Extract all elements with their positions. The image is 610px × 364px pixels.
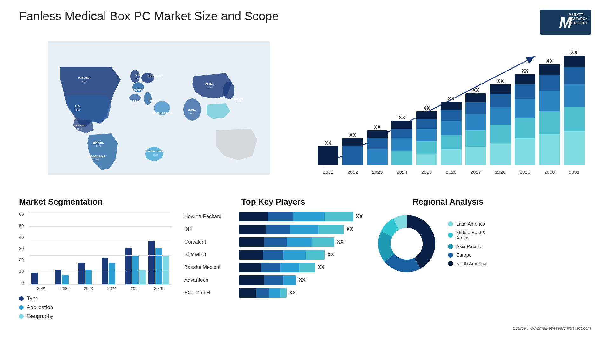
donut-chart	[375, 212, 438, 275]
bar-group-2030: XX	[539, 58, 560, 165]
svg-text:CHINA: CHINA	[205, 83, 214, 86]
page-title: Fanless Medical Box PC Market Size and S…	[19, 10, 279, 23]
type-label: Type	[27, 295, 38, 302]
regional-container: Regional Analysis	[375, 197, 521, 275]
map-container: CANADA xx% U.S. xx% MEXICO xx% BRAZIL xx…	[19, 41, 299, 187]
svg-text:xx%: xx%	[236, 101, 241, 104]
legend-middle-east-africa: Middle East &Africa	[448, 230, 486, 240]
middle-east-africa-dot	[448, 233, 453, 238]
segmentation-container: Market Segmentation 0 10 20 30 40 50 60	[19, 197, 172, 320]
svg-text:ARGENTINA: ARGENTINA	[88, 155, 105, 158]
svg-text:MEXICO: MEXICO	[74, 124, 85, 127]
seg-bar-type	[31, 273, 38, 285]
svg-point-10	[130, 70, 140, 83]
svg-text:ITALY: ITALY	[149, 99, 157, 102]
asia-pacific-label: Asia Pacific	[456, 244, 481, 249]
seg-bars-wrapper: 2021 2022 2023 2024 2025 2026	[29, 212, 172, 291]
svg-text:xx%: xx%	[94, 158, 99, 161]
player-row-britemed: BriteMED XX	[184, 250, 362, 260]
svg-text:xx%: xx%	[153, 153, 158, 156]
svg-text:xx%: xx%	[159, 115, 164, 118]
page-wrapper: Fanless Medical Box PC Market Size and S…	[0, 0, 610, 364]
seg-legend-app: Application	[19, 304, 172, 311]
app-dot	[19, 305, 24, 310]
bar-group-2031: XX	[564, 50, 585, 165]
svg-text:U.K.: U.K.	[135, 73, 141, 76]
svg-text:GERMANY: GERMANY	[148, 74, 163, 78]
app-label: Application	[27, 304, 53, 311]
segmentation-title: Market Segmentation	[19, 197, 172, 207]
svg-text:xx%: xx%	[132, 103, 137, 106]
seg-legend: Type Application Geography	[19, 295, 172, 320]
bar-group-2023: XX	[367, 125, 388, 165]
svg-text:SOUTH AFRICA: SOUTH AFRICA	[145, 150, 166, 153]
svg-text:xx%: xx%	[75, 108, 80, 111]
middle-east-africa-label: Middle East &Africa	[456, 230, 486, 240]
player-row-dfi: DFI XX	[184, 225, 362, 234]
bar-group-2027: XX	[465, 88, 486, 165]
bar-chart-container: XX XX XX	[311, 41, 591, 187]
seg-chart-with-axis: 0 10 20 30 40 50 60	[19, 212, 172, 291]
seg-y-axis: 0 10 20 30 40 50 60	[19, 212, 25, 285]
bar-group-2025: XX	[416, 105, 437, 165]
logo-text: MARKETRESEARCHINTELLECT	[569, 13, 588, 25]
latin-america-label: Latin America	[456, 221, 485, 226]
bar-group-2028: XX	[490, 78, 511, 165]
svg-text:INDIA: INDIA	[188, 109, 196, 112]
seg-bar-group-2026	[148, 212, 169, 285]
bottom-section: Market Segmentation 0 10 20 30 40 50 60	[19, 197, 591, 320]
svg-text:xx%: xx%	[96, 145, 101, 147]
bar-group-2024: XX	[391, 115, 412, 165]
svg-text:BRAZIL: BRAZIL	[93, 141, 104, 144]
bar-group-2026: XX	[441, 96, 461, 165]
top-section: CANADA xx% U.S. xx% MEXICO xx% BRAZIL xx…	[19, 41, 591, 187]
bar-x-axis: 2021 2022 2023 2024 2025 2026 2027 2028 …	[311, 167, 591, 175]
svg-text:xx%: xx%	[207, 86, 212, 89]
player-row-acl: ACL GmbH XX	[184, 288, 362, 298]
seg-legend-type: Type	[19, 295, 172, 302]
bar-group-2029: XX	[515, 68, 535, 165]
bar-chart-bars: XX XX XX	[311, 51, 591, 165]
legend-asia-pacific: Asia Pacific	[448, 244, 486, 249]
geo-label: Geography	[27, 313, 53, 320]
logo-box: M MARKETRESEARCHINTELLECT	[540, 10, 591, 35]
player-row-advantech: Advantech XX	[184, 275, 362, 285]
svg-point-36	[223, 82, 234, 99]
svg-text:SAUDI ARABIA: SAUDI ARABIA	[152, 112, 173, 115]
seg-bar-group-2023	[78, 212, 99, 285]
svg-point-46	[391, 228, 423, 260]
seg-bars-area	[29, 212, 172, 285]
seg-legend-geo: Geography	[19, 313, 172, 320]
logo-area: M MARKETRESEARCHINTELLECT	[540, 10, 591, 35]
svg-text:SPAIN: SPAIN	[131, 100, 139, 103]
svg-text:JAPAN: JAPAN	[234, 98, 243, 101]
source-line: Source : www.marketresearchintellect.com	[19, 326, 591, 331]
north-america-label: North America	[456, 261, 486, 266]
regional-title: Regional Analysis	[375, 197, 521, 207]
legend-latin-america: Latin America	[448, 221, 486, 226]
asia-pacific-dot	[448, 244, 453, 249]
svg-text:xx%: xx%	[82, 80, 86, 83]
players-container: Top Key Players Hewlett-Packard XX	[184, 197, 362, 298]
seg-bar-group-2021	[31, 212, 52, 285]
svg-text:xx%: xx%	[136, 77, 140, 79]
player-row-hp: Hewlett-Packard XX	[184, 212, 362, 221]
svg-text:xx%: xx%	[190, 112, 194, 115]
svg-text:xx%: xx%	[153, 78, 158, 81]
svg-text:FRANCE: FRANCE	[132, 88, 144, 91]
svg-text:U.S.: U.S.	[75, 105, 81, 108]
players-title: Top Key Players	[184, 197, 362, 207]
seg-bar-group-2025	[125, 212, 146, 285]
header: Fanless Medical Box PC Market Size and S…	[19, 10, 591, 35]
europe-dot	[448, 253, 453, 258]
player-row-baaske: Baaske Medical XX	[184, 263, 362, 272]
regional-content: Latin America Middle East &Africa Asia P…	[375, 212, 521, 275]
canada-label: CANADA	[78, 76, 91, 79]
latin-america-dot	[448, 221, 453, 226]
world-map-svg: CANADA xx% U.S. xx% MEXICO xx% BRAZIL xx…	[19, 41, 299, 175]
seg-bar-group-2024	[102, 212, 122, 285]
type-dot	[19, 296, 24, 301]
seg-bar-group-2022	[55, 212, 76, 285]
players-list: Hewlett-Packard XX DFI	[184, 212, 362, 298]
donut-svg	[375, 212, 438, 275]
